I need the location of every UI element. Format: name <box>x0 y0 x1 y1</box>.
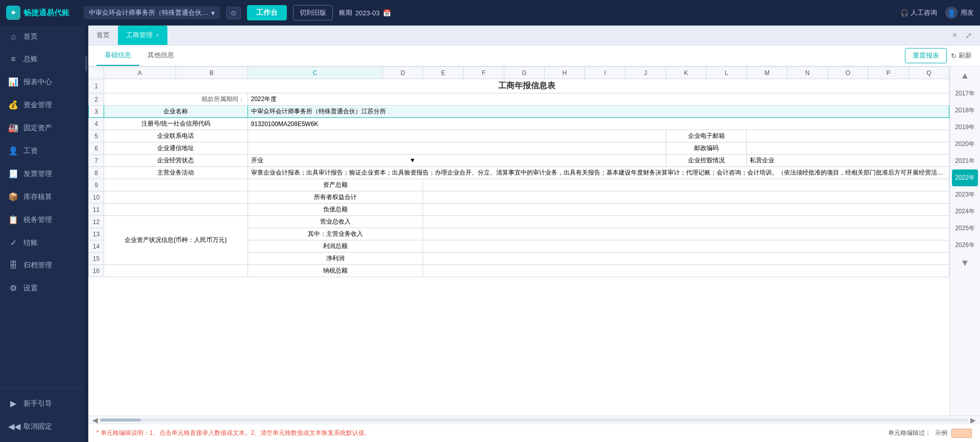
scroll-right-button[interactable]: ▶ <box>968 416 978 424</box>
cell-3-value[interactable]: 中审众环会计师事务所（特殊普通合伙）江苏分所 <box>248 106 949 118</box>
sidebar-item-payroll[interactable]: 👤 工资 <box>0 139 84 162</box>
horizontal-scrollbar[interactable]: ◀ ▶ <box>88 415 980 424</box>
maximize-window-button[interactable]: ⤢ <box>963 30 974 41</box>
cell-13-sub-label: 其中：主营业务收入 <box>248 228 423 240</box>
sidebar-item-archive[interactable]: 🗄 归档管理 <box>0 254 84 277</box>
reset-button[interactable]: 重置报表 <box>905 48 947 63</box>
row-num-9: 9 <box>89 179 104 191</box>
cell-12-value[interactable] <box>423 216 949 228</box>
cell-15-sub-label: 净利润 <box>248 253 423 265</box>
cell-9-sub-label: 资产总额 <box>248 179 423 191</box>
sidebar-item-reports[interactable]: 📊 报表中心 <box>0 70 84 93</box>
copy-button[interactable]: ⊙ <box>226 7 241 19</box>
cell-10-value[interactable] <box>423 191 949 204</box>
tax-icon: 📋 <box>8 215 18 225</box>
sidebar-item-home[interactable]: ⌂ 首页 <box>0 26 84 48</box>
sidebar-item-closing[interactable]: ✓ 结账 <box>0 231 84 254</box>
cell-7-status[interactable]: 开业 ▼ <box>248 155 666 167</box>
year-item-2018[interactable]: 2018年 <box>950 102 980 119</box>
scroll-thumb[interactable] <box>100 419 141 422</box>
sidebar-item-guide[interactable]: ▶ 新手引导 <box>0 392 84 415</box>
year-item-2025[interactable]: 2025年 <box>950 220 980 237</box>
old-version-button[interactable]: 切到旧版 <box>293 5 333 20</box>
year-up-button[interactable]: ▲ <box>952 68 978 83</box>
cell-10-label-area <box>104 191 248 204</box>
cell-16-label-area <box>104 265 248 277</box>
sidebar-item-settings[interactable]: ⚙ 设置 <box>0 277 84 300</box>
year-item-2026[interactable]: 2026年 <box>950 237 980 254</box>
settings-icon: ⚙ <box>8 283 18 293</box>
tab-business[interactable]: 工商管理 × <box>118 26 167 45</box>
sidebar-label-settings: 设置 <box>23 284 38 293</box>
cell-5-phone[interactable] <box>248 130 666 142</box>
table-row: 6 企业通信地址 邮政编码 <box>89 142 949 155</box>
user-avatar: 👤 <box>945 7 958 19</box>
sub-tab-other[interactable]: 其他信息 <box>139 45 182 66</box>
user-info[interactable]: 👤 用友 <box>945 7 974 19</box>
assets-icon: 🏭 <box>8 123 18 133</box>
sidebar-item-unpin[interactable]: ◀◀ 取消固定 <box>0 415 84 438</box>
row-num-1: 1 <box>89 79 104 93</box>
cell-8-value[interactable]: 审查企业会计报表；出具审计报告；验证企业资本；出具验资报告；办理企业合开、分立、… <box>248 167 949 179</box>
col-header-G: G <box>504 67 544 79</box>
sidebar-item-invoice[interactable]: 🧾 发票管理 <box>0 162 84 185</box>
consult-label: 人工咨询 <box>911 8 937 17</box>
col-header-K: K <box>666 67 706 79</box>
sidebar-item-tax[interactable]: 📋 税务管理 <box>0 208 84 231</box>
cell-16-value[interactable] <box>423 265 949 277</box>
chevron-down-icon: ▾ <box>211 9 215 17</box>
tab-home-label: 首页 <box>96 31 110 40</box>
year-item-2020[interactable]: 2020年 <box>950 136 980 153</box>
cell-11-sub-label: 负债总额 <box>248 204 423 216</box>
col-header-D: D <box>382 67 423 79</box>
workbench-button[interactable]: 工作台 <box>247 5 287 20</box>
cell-11-value[interactable] <box>423 204 949 216</box>
sidebar-item-ledger[interactable]: ≡ 总账 <box>0 48 84 70</box>
unpin-icon: ◀◀ <box>8 422 18 431</box>
table-row: 9 资产总额 <box>89 179 949 191</box>
refresh-button[interactable]: ↻ 刷新 <box>951 51 972 60</box>
year-item-2019[interactable]: 2019年 <box>950 119 980 136</box>
cell-14-value[interactable] <box>423 240 949 253</box>
sidebar-scrollbar[interactable] <box>84 26 88 442</box>
company-selector[interactable]: 中审众环会计师事务所（特殊普通合伙… ▾ <box>84 6 220 19</box>
year-item-2024[interactable]: 2024年 <box>950 203 980 220</box>
cell-13-value[interactable] <box>423 228 949 240</box>
sidebar-item-inventory[interactable]: 📦 库存核算 <box>0 185 84 208</box>
header-right: 🎧 人工咨询 👤 用友 <box>900 7 974 19</box>
sidebar-item-funds[interactable]: 💰 资金管理 <box>0 93 84 116</box>
consult-button[interactable]: 🎧 人工咨询 <box>900 8 937 17</box>
scroll-track[interactable] <box>100 419 968 422</box>
calendar-icon[interactable]: 📅 <box>383 9 391 17</box>
year-item-2021[interactable]: 2021年 <box>950 153 980 169</box>
spreadsheet-wrapper[interactable]: A B C D E F G H I J K L <box>88 66 949 415</box>
scroll-left-button[interactable]: ◀ <box>90 416 100 424</box>
year-item-2022[interactable]: 2022年 <box>952 169 978 186</box>
sidebar-label-payroll: 工资 <box>23 146 38 156</box>
content-panel: 基础信息 其他信息 重置报表 ↻ 刷新 <box>88 45 980 442</box>
refresh-icon: ↻ <box>951 52 957 60</box>
cell-9-value[interactable] <box>423 179 949 191</box>
cell-5-email[interactable] <box>747 130 949 142</box>
tab-home[interactable]: 首页 <box>88 26 118 45</box>
sidebar-label-tax: 税务管理 <box>23 215 52 225</box>
cell-15-value[interactable] <box>423 253 949 265</box>
row-num-14: 14 <box>89 240 104 253</box>
cell-6-postal[interactable] <box>747 142 949 155</box>
cell-6-address[interactable] <box>248 142 666 155</box>
sidebar-label-unpin: 取消固定 <box>23 422 52 431</box>
year-down-button[interactable]: ▼ <box>952 256 978 271</box>
cell-2-value[interactable]: 2022年度 <box>248 93 949 106</box>
cell-7-holding[interactable]: 私营企业 <box>747 155 949 167</box>
company-name: 中审众环会计师事务所（特殊普通合伙… <box>89 8 208 17</box>
close-window-button[interactable]: × <box>950 30 959 41</box>
col-header-B: B <box>176 67 248 79</box>
sidebar-item-assets[interactable]: 🏭 固定资产 <box>0 116 84 139</box>
year-item-2023[interactable]: 2023年 <box>950 186 980 203</box>
cell-4-value[interactable]: 91320100MA208E5W6K <box>248 118 949 130</box>
cell-title[interactable]: 工商年报信息表 <box>104 79 949 93</box>
sub-tab-basic[interactable]: 基础信息 <box>96 45 139 66</box>
app-header: ✦ 畅捷通易代账 中审众环会计师事务所（特殊普通合伙… ▾ ⊙ 工作台 切到旧版… <box>0 0 980 26</box>
tab-close-icon[interactable]: × <box>156 32 159 39</box>
year-item-2017[interactable]: 2017年 <box>950 85 980 102</box>
